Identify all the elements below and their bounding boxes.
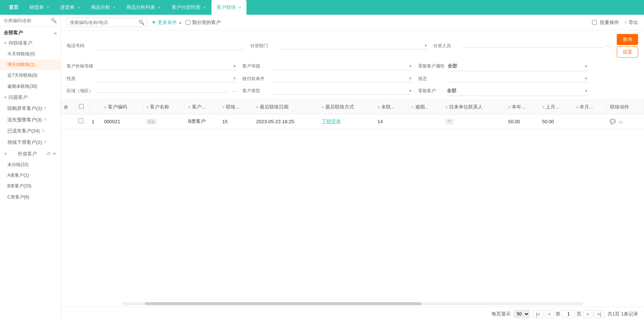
th-this-year[interactable]: ≡ 本年... (505, 100, 539, 114)
th-last-month[interactable]: ≡ 上月... (539, 100, 573, 114)
th-no-contact[interactable]: ≡ 未联... (375, 100, 409, 114)
nav-sales-order[interactable]: 销货单 × (24, 0, 54, 15)
filter-gender-select[interactable]: ▼ (95, 75, 237, 82)
nav-home[interactable]: 首页 (4, 0, 24, 15)
filter-region-input[interactable] (96, 89, 229, 93)
close-product-analysis-list[interactable]: × (158, 0, 160, 15)
sidebar-group-pending[interactable]: 待联络客户 (0, 38, 60, 49)
toolbar-right: 批量操作 ↑ 导出 (592, 19, 638, 26)
sidebar-item-tomorrow[interactable]: 明天待联络(1) (0, 59, 60, 70)
close-customer-contact[interactable]: × (239, 0, 241, 15)
close-purchase-order[interactable]: × (77, 0, 80, 15)
filter-dept-select[interactable]: ▼ (279, 42, 428, 49)
gender-arrow-icon: ▼ (233, 76, 237, 80)
filter-phone-input[interactable] (95, 42, 244, 50)
prev-page-button[interactable]: < (545, 310, 554, 318)
export-button[interactable]: ↑ 导出 (625, 19, 638, 26)
filter-retail-customer-select[interactable]: 全部 ▼ (447, 86, 588, 96)
export-icon: ↑ (625, 20, 627, 25)
filter-retail-attr-select[interactable]: 全部 ▼ (448, 61, 588, 71)
last-page-button[interactable]: >| (594, 310, 605, 318)
sidebar-search-icon[interactable]: 🔍 (51, 18, 57, 23)
select-all-checkbox[interactable] (79, 104, 84, 109)
sidebar-group-problem[interactable]: 问题客户 (0, 92, 60, 103)
filter-status-select[interactable]: ▼ (447, 75, 588, 82)
th-overdue[interactable]: ≡ 逾期... (409, 100, 442, 114)
filter-row-1: 电话号码 分管部门 ▼ 分管人员 ··· 查询 设置 (67, 34, 638, 58)
close-product-analysis[interactable]: × (113, 0, 115, 15)
query-button[interactable]: 查询 (617, 34, 638, 45)
page-nav: |< < 第 页 > >| (533, 310, 605, 318)
per-page-select[interactable]: 50 (514, 310, 530, 318)
scrollbar-thumb[interactable] (145, 302, 422, 305)
sidebar-item-churned[interactable]: 已流失客户(24) ? (0, 125, 60, 137)
edit-value-icon[interactable]: ✏ (53, 151, 57, 156)
customer-table: ⚙ ≡ 客户编码 ≡ 客户名称 ≡ 客户... ≡ 联络... ≡ 最后联络日期… (61, 100, 644, 129)
th-last-method[interactable]: ≡ 最后联络方式 (319, 100, 375, 114)
sidebar-item-abnormal-repurchase[interactable]: 回购异常客户(2) ? (0, 103, 60, 114)
sidebar-item-churn-warning[interactable]: 流失预警客户(3) ? (0, 114, 60, 126)
th-checkbox[interactable] (76, 100, 89, 114)
td-checkbox[interactable] (76, 114, 89, 129)
next-page-button[interactable]: > (583, 310, 592, 318)
filter-region: 区域（地区） ··· (67, 88, 237, 94)
more-filter-button[interactable]: ▼ 更多条件 ▲ (151, 19, 182, 26)
sidebar-item-c-class[interactable]: C类客户(6) (0, 192, 60, 203)
close-sales-order[interactable]: × (47, 0, 49, 15)
td-name: Ea (143, 114, 185, 129)
first-page-button[interactable]: |< (533, 310, 543, 318)
th-this-month[interactable]: ≡ 本月... (573, 100, 607, 114)
sidebar-item-b-class[interactable]: B类客户(33) (0, 181, 60, 191)
batch-op-button[interactable]: 批量操作 (592, 19, 619, 26)
th-name[interactable]: ≡ 客户名称 (143, 100, 185, 114)
td-last-method[interactable]: 下销货单 (319, 114, 375, 129)
filter-person-dots[interactable]: ··· (606, 43, 611, 49)
nav-product-analysis-list[interactable]: 商品分析列表 × (121, 0, 165, 15)
search-input[interactable] (70, 20, 136, 25)
th-last-date[interactable]: ≡ 最后联络日期 (253, 100, 319, 114)
page-number-input[interactable] (562, 310, 575, 318)
sidebar-group-value[interactable]: 价值客户 ↺ ✏ (0, 148, 60, 159)
refresh-icon[interactable]: ↺ (46, 151, 50, 156)
filter-price-level-select[interactable]: ▼ (96, 63, 237, 70)
row-checkbox[interactable] (78, 118, 83, 123)
sidebar-all-customers[interactable]: 全部客户 « (0, 27, 60, 38)
th-type[interactable]: ≡ 客户... (185, 100, 220, 114)
nav-product-analysis[interactable]: 商品分析 × (86, 0, 120, 15)
th-contact[interactable]: ≡ 联络... (219, 100, 253, 114)
sidebar-item-7days[interactable]: 近7天待联络(0) (0, 70, 60, 81)
sidebar-search-area: 🔍 (0, 15, 60, 27)
th-seq (89, 100, 101, 114)
sidebar-search-input[interactable] (4, 18, 49, 23)
th-person[interactable]: ≡ 往来单位联系人 (442, 100, 505, 114)
close-customer-tier[interactable]: × (203, 0, 206, 15)
th-code[interactable]: ≡ 客户编码 (101, 100, 143, 114)
sidebar-item-declining[interactable]: 持续下滑客户(2) ? (0, 137, 60, 148)
sidebar-item-today[interactable]: 今天待联络(0) (0, 49, 60, 59)
filter-customer-type-select[interactable]: ▼ (271, 87, 412, 95)
td-settings (61, 114, 76, 129)
qr-icon[interactable]: ⚏ (619, 119, 623, 124)
sidebar-item-overdue[interactable]: 逾期未联络(30) (0, 81, 60, 92)
nav-customer-tier[interactable]: 客户分层经营 × (167, 0, 211, 15)
setting-button[interactable]: 设置 (617, 46, 638, 58)
td-this-month (573, 114, 607, 129)
th-settings[interactable]: ⚙ (61, 100, 76, 114)
td-contact: 15 (219, 114, 253, 129)
filter-region-dots[interactable]: ··· (232, 88, 237, 94)
my-customer-checkbox[interactable] (186, 20, 190, 25)
sidebar-item-a-class[interactable]: A类客户(1) (0, 170, 60, 181)
help-icon-3: ? (42, 129, 44, 133)
sidebar-item-ungrouped[interactable]: 未分组(32) (0, 159, 60, 170)
td-this-year: 50.00 (505, 114, 539, 129)
search-icon[interactable]: 🔍 (139, 20, 144, 25)
filter-customer-level-select[interactable]: ▼ (271, 63, 412, 70)
comment-icon[interactable]: 💬 (610, 119, 616, 124)
nav-customer-contact[interactable]: 客户联络 × (211, 0, 246, 15)
filter-payment-select[interactable]: ▼ (271, 75, 412, 82)
sidebar-collapse-icon[interactable]: « (54, 30, 57, 36)
filter-person-input[interactable] (462, 44, 603, 48)
nav-purchase-order[interactable]: 进货单 × (55, 0, 85, 15)
batch-op-checkbox[interactable] (592, 20, 597, 25)
horizontal-scrollbar[interactable] (122, 302, 583, 305)
